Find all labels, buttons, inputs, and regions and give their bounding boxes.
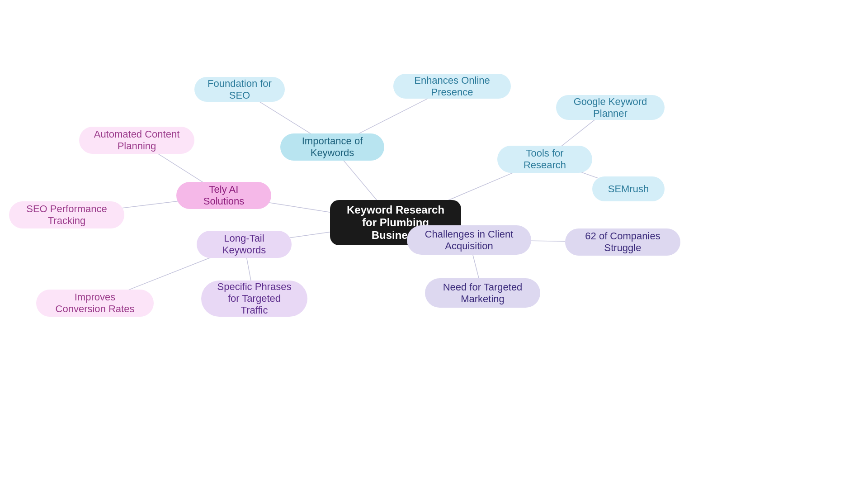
node-importance-keywords: Importance of Keywords xyxy=(280,133,384,161)
node-long-tail: Long-Tail Keywords xyxy=(197,231,292,258)
svg-line-0 xyxy=(344,160,377,201)
svg-line-11 xyxy=(125,255,217,291)
node-62-companies: 62 of Companies Struggle xyxy=(565,228,680,256)
node-tely-ai: Tely AI Solutions xyxy=(176,182,271,209)
svg-line-4 xyxy=(561,119,595,147)
node-need-targeted: Need for Targeted Marketing xyxy=(425,278,540,308)
mind-map: Keyword Research for Plumbing BusinessIm… xyxy=(0,0,868,490)
svg-line-7 xyxy=(157,153,204,183)
node-automated-content: Automated Content Planning xyxy=(79,127,194,154)
node-challenges: Challenges in Client Acquisition xyxy=(407,225,531,255)
node-seo-performance: SEO Performance Tracking xyxy=(9,201,124,228)
svg-line-9 xyxy=(287,231,335,238)
svg-line-14 xyxy=(473,255,479,278)
node-tools-research: Tools for Research xyxy=(497,146,592,173)
node-foundation-seo: Foundation for SEO xyxy=(194,77,285,102)
svg-line-13 xyxy=(531,241,565,241)
svg-line-10 xyxy=(247,258,251,281)
node-enhances-online: Enhances Online Presence xyxy=(393,74,511,99)
node-improves-conversion: Improves Conversion Rates xyxy=(36,290,154,317)
svg-line-2 xyxy=(356,98,429,135)
node-google-keyword: Google Keyword Planner xyxy=(556,95,665,120)
svg-line-6 xyxy=(265,202,336,214)
node-semrush: SEMrush xyxy=(592,176,665,201)
svg-line-8 xyxy=(118,201,180,209)
svg-line-1 xyxy=(258,101,312,135)
node-specific-phrases: Specific Phrases for Targeted Traffic xyxy=(201,281,307,317)
